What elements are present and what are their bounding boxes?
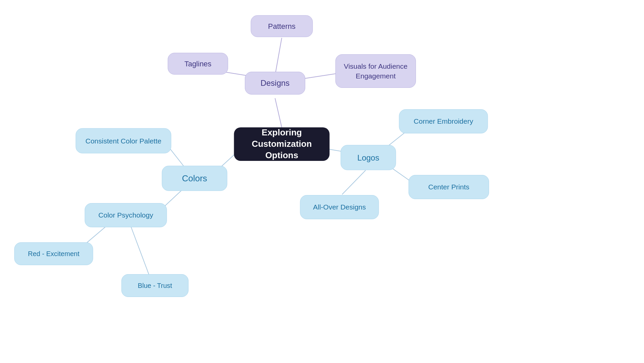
center-prints-node[interactable]: Center Prints [409,175,489,199]
designs-node-label: Designs [261,78,290,88]
colors-node[interactable]: Colors [162,166,227,191]
center-prints-label: Center Prints [428,183,470,191]
svg-line-0 [275,98,282,127]
blue-trust-label: Blue - Trust [138,282,172,290]
visuals-node-label: Visuals for Audience Engagement [344,61,408,81]
taglines-node-label: Taglines [184,59,212,68]
visuals-node[interactable]: Visuals for Audience Engagement [335,54,416,88]
red-excitement-label: Red - Excitement [28,250,79,258]
svg-line-13 [342,170,366,194]
svg-line-1 [275,38,282,75]
colors-node-label: Colors [182,173,207,184]
taglines-node[interactable]: Taglines [168,53,228,75]
svg-line-8 [131,226,149,276]
all-over-designs-label: All-Over Designs [313,203,366,211]
connections-svg [0,0,644,363]
corner-embroidery-label: Corner Embroidery [414,117,473,125]
all-over-designs-node[interactable]: All-Over Designs [300,195,379,219]
designs-node[interactable]: Designs [245,72,305,95]
center-node[interactable]: Exploring Customization Options [234,127,330,161]
logos-node[interactable]: Logos [341,145,396,170]
center-node-label: Exploring Customization Options [242,127,322,161]
red-excitement-node[interactable]: Red - Excitement [14,242,93,265]
logos-node-label: Logos [357,153,379,162]
corner-embroidery-node[interactable]: Corner Embroidery [399,109,488,133]
blue-trust-node[interactable]: Blue - Trust [121,274,189,297]
color-psychology-node[interactable]: Color Psychology [85,203,167,227]
consistent-color-label: Consistent Color Palette [86,137,161,145]
patterns-node[interactable]: Patterns [251,15,313,37]
color-psychology-label: Color Psychology [98,211,153,219]
mindmap-container: Exploring Customization Options Designs … [0,0,644,363]
patterns-node-label: Patterns [268,22,296,31]
consistent-color-node[interactable]: Consistent Color Palette [76,128,171,154]
